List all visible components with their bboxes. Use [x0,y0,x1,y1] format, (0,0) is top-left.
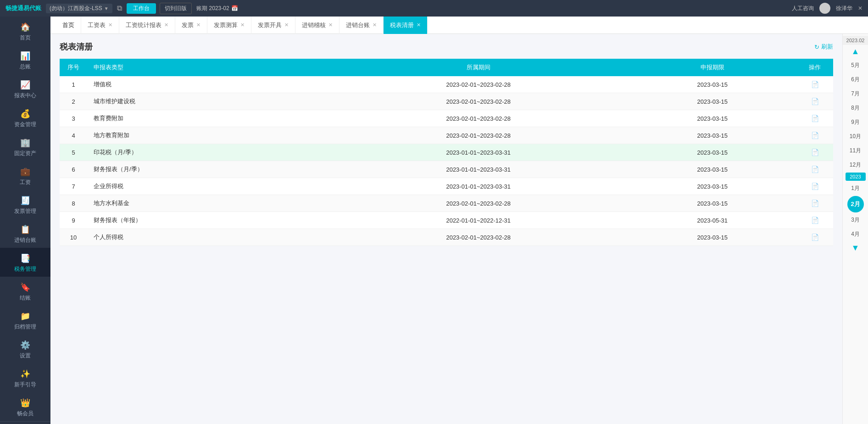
tab-invoice-open[interactable]: 发票开具 ✕ [251,17,295,34]
cell-action: 📄 [796,161,833,178]
sidebar-item-ledger[interactable]: 📊 总账 [0,45,50,74]
sidebar: 🏠 首页 📊 总账 📈 报表中心 💰 资金管理 🏢 固定资产 💼 工资 🧾 发票… [0,17,50,424]
sidebar-label-asset: 固定资产 [14,150,36,157]
window-close-icon[interactable]: ✕ [858,5,862,11]
timeline-2022-5[interactable]: 5月 [846,59,866,72]
workspace-button[interactable]: 工作台 [127,3,156,14]
cell-type: 印花税（月/季） [87,144,328,161]
row-action-button[interactable]: 📄 [811,217,819,224]
sidebar-item-guide[interactable]: ✨ 新手引导 [0,363,50,392]
sidebar-item-vip[interactable]: 👑 畅会员 [0,392,50,421]
cell-action: 📄 [796,195,833,212]
col-no: 序号 [60,59,87,76]
sidebar-item-settings[interactable]: ⚙️ 设置 [0,335,50,363]
refresh-icon: ↻ [814,44,819,50]
sidebar-item-payroll[interactable]: 💼 工资 [0,161,50,190]
timeline-2022-9[interactable]: 9月 [846,116,866,129]
switch-button[interactable]: 切到旧版 [160,3,192,14]
sidebar-item-fund[interactable]: 💰 资金管理 [0,103,50,132]
tab-home[interactable]: 首页 [56,17,81,34]
tab-purchase-audit-close[interactable]: ✕ [328,22,333,28]
cell-type: 地方教育附加 [87,127,328,144]
timeline-year-2023: 2023 [846,173,866,181]
settlement-icon: 🔖 [20,282,30,292]
row-action-button[interactable]: 📄 [811,200,819,207]
tab-invoice[interactable]: 发票 ✕ [175,17,207,34]
sidebar-label-vip: 畅会员 [17,410,33,418]
tab-payroll-close[interactable]: ✕ [108,22,112,28]
row-action-button[interactable]: 📄 [811,132,819,139]
sidebar-item-invoice[interactable]: 🧾 发票管理 [0,190,50,219]
timeline-up-button[interactable]: ▲ [850,45,862,58]
guide-icon: ✨ [20,369,30,379]
tab-invoice-close[interactable]: ✕ [196,22,200,28]
sidebar-item-settlement[interactable]: 🔖 结账 [0,277,50,306]
timeline-2023-3[interactable]: 3月 [846,213,866,227]
main-layout: 🏠 首页 📊 总账 📈 报表中心 💰 资金管理 🏢 固定资产 💼 工资 🧾 发票… [0,17,868,424]
timeline-down-button[interactable]: ▼ [850,241,862,255]
tab-invoice-calc-close[interactable]: ✕ [240,22,245,28]
row-action-button[interactable]: 📄 [811,149,819,156]
cell-type: 财务报表（年报） [87,212,328,229]
cell-period: 2023-02-01~2023-02-28 [328,93,629,110]
app-logo: 畅捷通易代账 [6,4,41,12]
tab-purchase-audit[interactable]: 进销稽核 ✕ [295,17,339,34]
row-action-button[interactable]: 📄 [811,183,819,190]
cell-type: 财务报表（月/季） [87,161,328,178]
cell-type: 增值税 [87,76,328,93]
content-area: 首页 工资表 ✕ 工资统计报表 ✕ 发票 ✕ 发票测算 ✕ 发票开具 ✕ [50,17,868,424]
tab-tax-clear[interactable]: 税表清册 ✕ [384,17,428,34]
tab-payroll-stats-close[interactable]: ✕ [164,22,168,28]
table-row: 1 增值税 2023-02-01~2023-02-28 2023-03-15 📄 [60,76,833,93]
timeline-2022-12[interactable]: 12月 [846,158,866,172]
refresh-button[interactable]: ↻ 刷新 [814,43,833,51]
cell-period: 2023-01-01~2023-03-31 [328,178,629,195]
timeline-sidebar: 2023.02 ▲ 5月 6月 7月 8月 9月 10月 11月 12月 202… [842,34,868,424]
sidebar-item-asset[interactable]: 🏢 固定资产 [0,132,50,161]
timeline-2022-11[interactable]: 11月 [846,144,866,157]
timeline-2022-7[interactable]: 7月 [846,87,866,100]
row-action-button[interactable]: 📄 [811,115,819,122]
col-action: 操作 [796,59,833,76]
sidebar-item-report[interactable]: 📈 报表中心 [0,74,50,103]
cell-no: 2 [60,93,87,110]
col-type: 申报表类型 [87,59,328,76]
copy-icon[interactable]: ⧉ [117,4,122,12]
calendar-icon[interactable]: 📅 [231,5,238,11]
tab-purchase-account[interactable]: 进销台账 ✕ [339,17,384,34]
tab-invoice-open-close[interactable]: ✕ [284,22,289,28]
timeline-2022-10[interactable]: 10月 [846,130,866,143]
tab-payroll-stats[interactable]: 工资统计报表 ✕ [119,17,175,34]
cell-deadline: 2023-03-15 [629,161,796,178]
sidebar-item-purchase[interactable]: 📋 进销台账 [0,219,50,248]
timeline-2022-6[interactable]: 6月 [846,73,866,86]
tab-purchase-account-close[interactable]: ✕ [373,22,377,28]
table-row: 10 个人所得税 2023-02-01~2023-02-28 2023-03-1… [60,229,833,246]
timeline-2023-2[interactable]: 2月 [847,196,864,212]
row-action-button[interactable]: 📄 [811,81,819,88]
tab-tax-clear-close[interactable]: ✕ [417,22,421,28]
row-action-button[interactable]: 📄 [811,98,819,105]
sidebar-item-tax[interactable]: 📑 税务管理 [0,248,50,277]
cell-no: 9 [60,212,87,229]
col-period: 所属期间 [328,59,629,76]
timeline-2022-8[interactable]: 8月 [846,101,866,115]
refresh-label: 刷新 [821,43,833,51]
user-name[interactable]: 徐泽华 [836,5,852,12]
invoice-icon: 🧾 [20,195,30,206]
consult-link[interactable]: 人工咨询 [792,5,814,12]
timeline-2023-1[interactable]: 1月 [846,182,866,195]
tab-invoice-calc[interactable]: 发票测算 ✕ [207,17,251,34]
sidebar-item-archive[interactable]: 📁 归档管理 [0,306,50,335]
cell-action: 📄 [796,212,833,229]
cell-action: 📄 [796,229,833,246]
table-row: 5 印花税（月/季） 2023-01-01~2023-03-31 2023-03… [60,144,833,161]
cell-deadline: 2023-03-15 [629,178,796,195]
sidebar-item-home[interactable]: 🏠 首页 [0,17,50,45]
row-action-button[interactable]: 📄 [811,234,819,241]
company-selector[interactable]: (勿动）江西股金-LSS ▼ [46,4,112,13]
timeline-2023-4[interactable]: 4月 [846,228,866,241]
cell-period: 2023-02-01~2023-02-28 [328,110,629,127]
row-action-button[interactable]: 📄 [811,166,819,173]
tab-payroll[interactable]: 工资表 ✕ [81,17,119,34]
